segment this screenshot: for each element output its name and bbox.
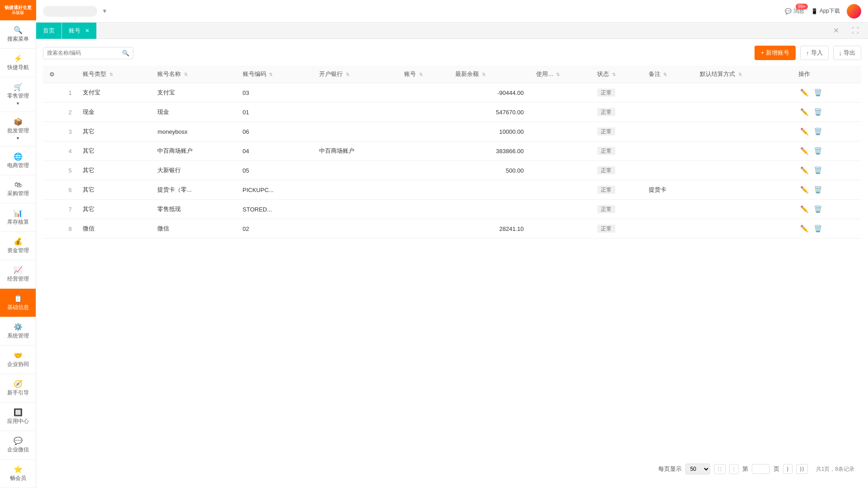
col-name[interactable]: 账号名称 ⇅ (154, 66, 239, 83)
sort-type-icon: ⇅ (109, 72, 113, 77)
row-remark (645, 219, 696, 239)
delete-button[interactable]: 🗑️ (812, 107, 824, 117)
edit-button[interactable]: ✏️ (798, 88, 811, 98)
topbar-search-input[interactable] (43, 6, 97, 17)
sidebar-item-enterprise-wechat[interactable]: 💬 企业微信 (0, 431, 36, 460)
col-account[interactable]: 账号 ⇅ (401, 66, 452, 83)
search-input[interactable] (47, 50, 120, 56)
row-usage (533, 141, 594, 161)
topbar-right: 💬 消息 99+ 📱 App下载 (785, 4, 861, 19)
col-settings[interactable]: ⚙ (43, 66, 61, 83)
row-remark: 提货卡 (645, 180, 696, 200)
avatar[interactable] (847, 4, 861, 19)
delete-button[interactable]: 🗑️ (812, 88, 824, 98)
row-default-settlement (696, 180, 794, 200)
delete-button[interactable]: 🗑️ (812, 224, 824, 234)
row-balance: 383866.00 (452, 141, 533, 161)
first-page-button[interactable]: ⟨⟨ (714, 464, 726, 474)
sidebar-item-search-menu[interactable]: 🔍 搜索菜单 (0, 20, 36, 49)
export-button[interactable]: ↓ 导出 (833, 46, 862, 60)
sidebar-item-vip-member[interactable]: ⭐ 畅会员 (0, 460, 36, 488)
messages-badge: 99+ (796, 4, 808, 9)
sidebar-item-operation-manage[interactable]: 📈 经营管理 (0, 260, 36, 289)
row-code: 04 (239, 141, 316, 161)
delete-button[interactable]: 🗑️ (812, 185, 824, 195)
last-page-button[interactable]: ⟩⟩ (796, 464, 808, 474)
accounts-tab-close[interactable]: ✕ (85, 28, 90, 34)
edit-button[interactable]: ✏️ (798, 146, 811, 156)
prev-page-button[interactable]: ⟨ (729, 464, 739, 474)
sort-usage-icon: ⇅ (556, 72, 560, 77)
search-icon[interactable]: 🔍 (122, 50, 129, 56)
per-page-select[interactable]: 50 100 200 (685, 464, 710, 474)
row-bank (316, 103, 401, 122)
tab-home[interactable]: 首页 (36, 23, 62, 39)
retail-manage-arrow: ▼ (16, 101, 20, 106)
topbar-app-download[interactable]: 📱 App下载 (811, 7, 840, 15)
sidebar-item-new-guide[interactable]: 🧭 新手引导 (0, 374, 36, 403)
topbar-messages[interactable]: 💬 消息 99+ (785, 7, 804, 15)
col-usage[interactable]: 使用... ⇅ (533, 66, 594, 83)
sidebar-item-enterprise-agreement[interactable]: 🤝 企业协同 (0, 346, 36, 374)
edit-button[interactable]: ✏️ (798, 185, 811, 195)
quick-nav-icon: ⚡ (2, 54, 33, 63)
row-num: 7 (61, 200, 79, 219)
sidebar-item-wholesale-manage[interactable]: 📦 批发管理 ▼ (0, 112, 36, 147)
sidebar-item-basic-info[interactable]: 📋 基础信息 (0, 289, 36, 317)
row-type: 支付宝 (79, 83, 154, 103)
search-menu-icon: 🔍 (2, 26, 33, 34)
table-row: 4 其它 中百商场账户 04 中百商场账户 383866.00 正常 ✏️ 🗑️ (43, 141, 861, 161)
col-balance[interactable]: 最新余额 ⇅ (452, 66, 533, 83)
topbar-dropdown-arrow[interactable]: ▼ (102, 8, 108, 14)
sidebar-item-system-manage[interactable]: ⚙️ 系统管理 (0, 317, 36, 346)
sidebar-item-app-center[interactable]: 🔲 应用中心 (0, 403, 36, 431)
add-account-button[interactable]: + 新增账号 (755, 46, 796, 60)
row-usage (533, 219, 594, 239)
export-icon: ↓ (839, 50, 842, 56)
edit-button[interactable]: ✏️ (798, 107, 811, 117)
topbar-left: ▼ (43, 6, 108, 17)
table-row: 3 其它 moneybosx 06 10000.00 正常 ✏️ 🗑️ (43, 122, 861, 141)
edit-button[interactable]: ✏️ (798, 224, 811, 234)
sidebar-item-finance-manage[interactable]: 💰 资金管理 (0, 232, 36, 260)
col-bank[interactable]: 开户银行 ⇅ (316, 66, 401, 83)
operation-manage-icon: 📈 (2, 266, 33, 274)
sidebar-item-ecommerce-manage[interactable]: 🌐 电商管理 (0, 147, 36, 175)
table-row: 6 其它 提货卡（零... PICKUPC... 正常 提货卡 ✏️ 🗑️ (43, 180, 861, 200)
tab-close-button[interactable]: ✕ (828, 23, 844, 38)
sort-balance-icon: ⇅ (482, 72, 486, 77)
topbar: ▼ 💬 消息 99+ 📱 App下载 (36, 0, 868, 23)
delete-button[interactable]: 🗑️ (812, 127, 824, 136)
col-remark[interactable]: 备注 ⇅ (645, 66, 696, 83)
delete-button[interactable]: 🗑️ (812, 146, 824, 156)
col-status[interactable]: 状态 ⇅ (594, 66, 645, 83)
edit-button[interactable]: ✏️ (798, 165, 811, 175)
col-type[interactable]: 账号类型 ⇅ (79, 66, 154, 83)
row-type: 其它 (79, 141, 154, 161)
tab-accounts[interactable]: 账号 ✕ (62, 23, 97, 39)
row-actions: ✏️ 🗑️ (795, 161, 861, 180)
table-row: 2 现金 现金 01 547670.00 正常 ✏️ 🗑️ (43, 103, 861, 122)
sidebar-item-purchase-manage[interactable]: 🛍 采购管理 (0, 175, 36, 203)
page-number-input[interactable]: 1 (752, 464, 770, 474)
delete-button[interactable]: 🗑️ (812, 165, 824, 175)
new-guide-icon: 🧭 (2, 380, 33, 388)
col-code[interactable]: 账号编码 ⇅ (239, 66, 316, 83)
sidebar-item-inventory-check[interactable]: 📊 库存核算 (0, 203, 36, 232)
row-code: 06 (239, 122, 316, 141)
table-row: 8 微信 微信 02 28241.10 正常 ✏️ 🗑️ (43, 219, 861, 239)
import-button[interactable]: ↑ 导入 (800, 46, 829, 60)
sidebar-item-retail-manage[interactable]: 🛒 零售管理 ▼ (0, 77, 36, 112)
row-code: 05 (239, 161, 316, 180)
purchase-manage-icon: 🛍 (2, 181, 33, 189)
row-remark (645, 141, 696, 161)
sidebar-item-quick-nav[interactable]: ⚡ 快捷导航 (0, 49, 36, 77)
edit-button[interactable]: ✏️ (798, 127, 811, 136)
col-default-settlement[interactable]: 默认结算方式 ⇅ (696, 66, 794, 83)
tab-fullscreen-button[interactable]: ⛶ (846, 24, 864, 38)
next-page-button[interactable]: ⟩ (783, 464, 793, 474)
app-name: 畅捷通好生意 乐版版 (5, 5, 32, 16)
edit-button[interactable]: ✏️ (798, 204, 811, 214)
delete-button[interactable]: 🗑️ (812, 204, 824, 214)
row-settings (43, 200, 61, 219)
